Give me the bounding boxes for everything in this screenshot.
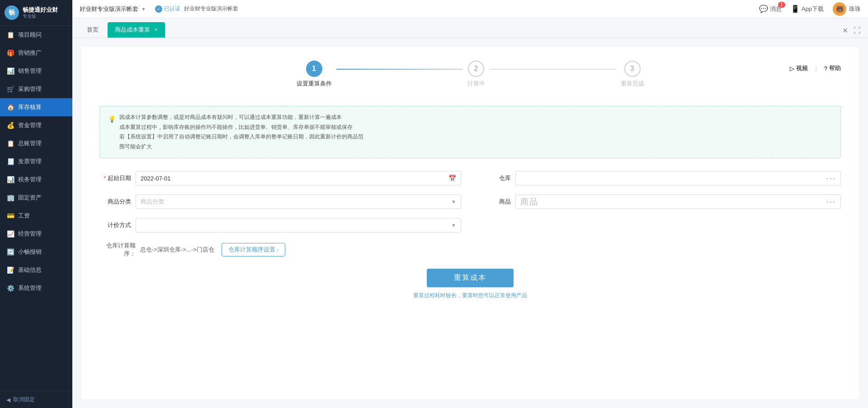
sidebar-item-system[interactable]: ⚙️ 系统管理 — [0, 279, 72, 297]
inventory-icon: 🏠 — [6, 103, 14, 111]
app-subtitle: 专业版 — [23, 14, 58, 19]
content-area: 1 设置重算条件 2 计算中 3 — [72, 38, 868, 408]
category-chevron-icon: ▼ — [451, 199, 456, 204]
account-name: 好业财专业版演示帐套 — [80, 5, 138, 13]
step-2-circle: 2 — [468, 61, 484, 77]
sidebar-item-label: 固定资产 — [18, 194, 42, 202]
sidebar-item-ledger[interactable]: 📋 总账管理 — [0, 134, 72, 152]
sidebar-item-label: 项目顾问 — [18, 31, 42, 39]
sidebar-item-label: 采购管理 — [18, 85, 42, 93]
verified-account: 好业财专业版演示帐套 — [184, 5, 238, 13]
unpin-icon: ◀ — [6, 397, 10, 403]
video-link[interactable]: ▷ 视频 — [790, 64, 808, 72]
pricing-label: 计价方式 — [99, 221, 131, 229]
sidebar-unpin[interactable]: ◀ 取消固定 — [0, 391, 72, 408]
bulb-icon: 💡 — [108, 114, 116, 125]
sidebar-unpin-label: 取消固定 — [13, 396, 35, 403]
sidebar-item-label: 营销推广 — [18, 49, 42, 57]
help-icon: ? — [824, 65, 827, 72]
step-1-label: 设置重算条件 — [297, 80, 332, 88]
submit-button[interactable]: 重算成本 — [427, 269, 514, 287]
sidebar-item-tax[interactable]: 📊 税务管理 — [0, 171, 72, 189]
start-date-input[interactable]: 2022-07-01 📅 — [136, 171, 461, 185]
tab-close-icon[interactable]: × — [155, 27, 158, 33]
message-icon: 💬 — [759, 5, 768, 13]
step-2-label: 计算中 — [467, 80, 485, 88]
message-badge: 1 — [778, 2, 785, 8]
basic-icon: 📝 — [6, 266, 14, 274]
sidebar-item-operation[interactable]: 📈 经营管理 — [0, 225, 72, 243]
calendar-icon[interactable]: 📅 — [448, 175, 456, 182]
sidebar-item-sales[interactable]: 📊 销售管理 — [0, 62, 72, 80]
sidebar-item-label: 经营管理 — [18, 230, 42, 238]
helper-line-3: 若【系统设置】中启用了自动调整记账日期时，会调整入库单的整单记账日期，因此重新计… — [119, 132, 363, 142]
topbar: 好业财专业版演示帐套 ▼ ✓ 已认证 好业财专业版演示帐套 💬 消息 1 📱 A… — [72, 0, 868, 18]
topbar-right: 💬 消息 1 📱 App下载 🐻 珠珠 — [759, 2, 861, 16]
sidebar-item-expense[interactable]: 🔄 小畅报销 — [0, 243, 72, 261]
pricing-select[interactable]: ▼ — [136, 218, 461, 232]
sidebar-item-salary[interactable]: 💳 工资 — [0, 207, 72, 225]
sidebar-item-label: 发票管理 — [18, 157, 42, 166]
expense-icon: 🔄 — [6, 248, 14, 256]
category-field: 商品分类 商品分类 ▼ — [99, 195, 461, 209]
step-3-circle: 3 — [624, 61, 641, 77]
sidebar-item-label: 小畅报销 — [18, 248, 42, 256]
step-2: 2 计算中 — [467, 61, 485, 88]
sidebar-item-basic[interactable]: 📝 基础信息 — [0, 261, 72, 279]
play-icon: ▷ — [790, 65, 794, 72]
sidebar-item-label: 税务管理 — [18, 176, 42, 184]
app-logo-text: 畅捷通好业财 专业版 — [23, 6, 58, 19]
sidebar-item-label: 总账管理 — [18, 139, 42, 147]
app-download-button[interactable]: 📱 App下载 — [791, 5, 824, 13]
stepper: 1 设置重算条件 2 计算中 3 — [248, 61, 693, 88]
goods-placeholder: 商品 — [520, 196, 538, 207]
step-3-num: 3 — [630, 65, 634, 73]
tab-cost-recalc-label: 商品成本重算 — [115, 26, 150, 33]
warehouse-order-settings-button[interactable]: 仓库计算顺序设置 › — [222, 243, 286, 256]
app-logo-icon: 畅 — [5, 5, 19, 20]
sidebar-item-asset[interactable]: 🏢 固定资产 — [0, 189, 72, 207]
goods-input[interactable]: 商品 ··· — [515, 195, 841, 209]
warehouse-input[interactable]: ··· — [515, 171, 841, 185]
pricing-field: 计价方式 ▼ — [99, 218, 461, 232]
expand-icon[interactable]: ⛶ — [854, 27, 861, 35]
submit-btn-label: 重算成本 — [454, 274, 486, 281]
sidebar-menu: 📋 项目顾问 🎁 营销推广 📊 销售管理 🛒 采购管理 🏠 库存核算 💰 资金管… — [0, 26, 72, 391]
project-icon: 📋 — [6, 31, 14, 39]
sidebar-item-project[interactable]: 📋 项目顾问 — [0, 26, 72, 44]
warehouse-order-row: 仓库计算顺序： 总仓->深圳仓库->...->门店仓 仓库计算顺序设置 › — [99, 242, 841, 258]
tab-home[interactable]: 首页 — [80, 22, 106, 38]
sidebar-item-finance[interactable]: 💰 资金管理 — [0, 116, 72, 134]
start-date-value: 2022-07-01 — [141, 175, 448, 182]
sidebar-item-inventory[interactable]: 🏠 库存核算 — [0, 98, 72, 116]
content-inner: 1 设置重算条件 2 计算中 3 — [81, 47, 859, 399]
help-link[interactable]: ? 帮助 — [824, 64, 841, 72]
step-1: 1 设置重算条件 — [297, 61, 332, 88]
helper-line-1: 因成本计算参数调整，或是对商品成本有疑问时，可以通过成本重算功能，重新计算一遍成… — [119, 113, 363, 123]
helper-box: 💡 因成本计算参数调整，或是对商品成本有疑问时，可以通过成本重算功能，重新计算一… — [99, 106, 841, 158]
warehouse-order-arrow-icon: › — [277, 247, 279, 252]
tab-cost-recalc[interactable]: 商品成本重算 × — [108, 22, 165, 38]
warehouse-dots-icon: ··· — [826, 174, 836, 183]
goods-dots-icon: ··· — [826, 197, 836, 207]
ledger-icon: 📋 — [6, 139, 14, 147]
salary-icon: 💳 — [6, 212, 14, 220]
message-button[interactable]: 💬 消息 1 — [759, 5, 782, 13]
close-icon[interactable]: ✕ — [842, 26, 848, 35]
verified-badge: ✓ 已认证 好业财专业版演示帐套 — [155, 5, 238, 13]
account-selector: 好业财专业版演示帐套 ▼ — [80, 5, 146, 13]
operation-icon: 📈 — [6, 230, 14, 238]
account-select-dropdown[interactable]: 好业财专业版演示帐套 ▼ — [80, 5, 146, 13]
tab-home-label: 首页 — [87, 26, 99, 33]
category-select[interactable]: 商品分类 ▼ — [136, 195, 461, 209]
tabbar: 首页 商品成本重算 × ✕ ⛶ — [72, 18, 868, 38]
start-date-field: 起始日期 2022-07-01 📅 — [99, 171, 461, 185]
sidebar-item-purchase[interactable]: 🛒 采购管理 — [0, 80, 72, 98]
sidebar-item-marketing[interactable]: 🎁 营销推广 — [0, 44, 72, 62]
account-chevron-icon: ▼ — [141, 6, 146, 12]
sales-icon: 📊 — [6, 67, 14, 75]
app-title: 畅捷通好业财 — [23, 6, 58, 14]
step-3: 3 重算完成 — [621, 61, 644, 88]
user-avatar-button[interactable]: 🐻 珠珠 — [833, 2, 861, 16]
sidebar-item-invoice[interactable]: 🧾 发票管理 — [0, 152, 72, 171]
